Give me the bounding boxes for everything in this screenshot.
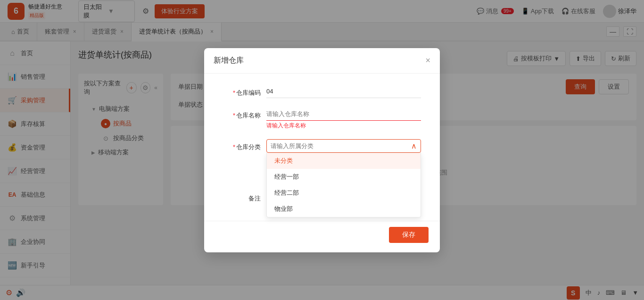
save-button[interactable]: 保存 bbox=[389, 227, 429, 243]
name-error-text: 请输入仓库名称 bbox=[266, 122, 421, 130]
modal-header: 新增仓库 × bbox=[204, 48, 440, 74]
category-dropdown: 未分类 经营一部 经营二部 物业部 bbox=[266, 153, 421, 217]
code-input-wrap bbox=[266, 85, 421, 98]
modal-footer: 保存 bbox=[204, 221, 440, 252]
notes-label: 备注 bbox=[223, 191, 261, 203]
category-label: 仓库分类 bbox=[223, 139, 261, 151]
code-label: 仓库编码 bbox=[223, 85, 261, 97]
name-input-wrap: 请输入仓库名称 bbox=[266, 108, 421, 130]
new-warehouse-modal: 新增仓库 × 仓库编码 仓库名称 请输入仓库名称 仓库分类 bbox=[204, 48, 440, 252]
name-input[interactable] bbox=[266, 108, 421, 121]
category-input-row: ∧ bbox=[266, 139, 421, 153]
form-row-name: 仓库名称 请输入仓库名称 bbox=[223, 108, 421, 130]
modal-body: 仓库编码 仓库名称 请输入仓库名称 仓库分类 ∧ bbox=[204, 74, 440, 221]
dropdown-item-2[interactable]: 经营二部 bbox=[267, 185, 421, 201]
modal-close-button[interactable]: × bbox=[425, 56, 430, 66]
dropdown-item-1[interactable]: 经营一部 bbox=[267, 169, 421, 185]
modal-overlay[interactable]: 新增仓库 × 仓库编码 仓库名称 请输入仓库名称 仓库分类 bbox=[0, 0, 644, 300]
modal-title: 新增仓库 bbox=[214, 56, 244, 66]
category-input[interactable] bbox=[271, 142, 411, 150]
form-row-code: 仓库编码 bbox=[223, 85, 421, 98]
category-chevron-icon[interactable]: ∧ bbox=[411, 142, 417, 150]
form-row-category: 仓库分类 ∧ 未分类 经营一部 经营二部 物业部 bbox=[223, 139, 421, 153]
dropdown-item-0[interactable]: 未分类 bbox=[267, 153, 421, 169]
name-label: 仓库名称 bbox=[223, 108, 261, 120]
category-field-wrap: ∧ 未分类 经营一部 经营二部 物业部 bbox=[266, 139, 421, 153]
code-input[interactable] bbox=[266, 85, 421, 98]
dropdown-item-3[interactable]: 物业部 bbox=[267, 201, 421, 217]
